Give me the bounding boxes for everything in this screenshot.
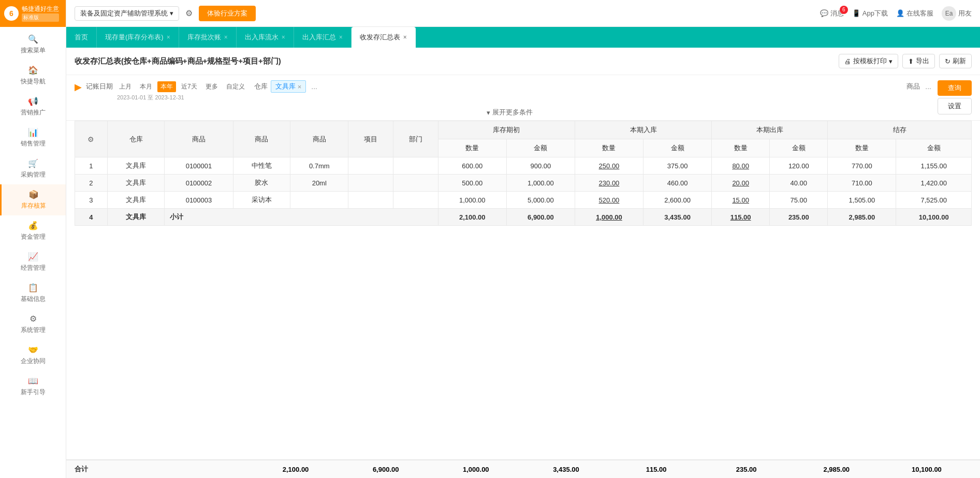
goods-ellipsis[interactable]: ...	[923, 82, 933, 91]
system-icon: ⚙	[30, 314, 37, 324]
warehouse-tag-text: 文具库	[275, 82, 296, 91]
row-out-qty[interactable]: 20.00	[712, 175, 770, 192]
row-warehouse: 文具库	[107, 157, 165, 175]
row-in-qty[interactable]: 250.00	[575, 157, 643, 175]
expand-row: ▾ 展开更多条件	[86, 102, 933, 120]
row-out-amt: 120.00	[770, 157, 828, 175]
date-quick-btn-自定义[interactable]: 自定义	[223, 81, 248, 92]
footer-in-qty: 1,000.00	[431, 466, 521, 473]
message-icon: 💬	[820, 9, 828, 17]
tab-close-batch[interactable]: ×	[224, 34, 228, 41]
tab-close-stock-dist[interactable]: ×	[167, 34, 170, 41]
topbar: 装备及固定资产辅助管理系统 ▾ ⚙ 体验行业方案 💬 消息 6 📱 App下载 …	[66, 0, 980, 27]
row-no: 1	[75, 157, 108, 175]
row-begin-qty: 1,000.00	[438, 192, 506, 209]
sidebar-item-marketing[interactable]: 📢营销推广	[0, 91, 66, 122]
row-in-amt: 460.00	[643, 175, 712, 192]
subtotal-in-qty[interactable]: 1,000.00	[575, 209, 643, 226]
date-quick-btn-本月[interactable]: 本月	[137, 81, 155, 92]
tab-rec-send-summary[interactable]: 收发存汇总表×	[352, 27, 416, 48]
tab-close-rec-send-summary[interactable]: ×	[403, 34, 407, 41]
col-bal-qty: 数量	[828, 139, 896, 157]
tab-inout-summary[interactable]: 出入库汇总×	[294, 27, 352, 48]
tab-label-rec-send-summary: 收发存汇总表	[360, 33, 400, 42]
trial-button[interactable]: 体验行业方案	[199, 6, 256, 21]
filter-collapse-arrow[interactable]: ▶	[75, 81, 82, 93]
filter-settings-button[interactable]: 设置	[938, 98, 972, 114]
row-in-qty[interactable]: 520.00	[575, 192, 643, 209]
row-begin-amt: 1,000.00	[506, 175, 575, 192]
sidebar-item-guide[interactable]: 📖新手引导	[0, 371, 66, 402]
print-button[interactable]: 🖨 按模板打印 ▾	[839, 54, 898, 68]
app-download-button[interactable]: 📱 App下载	[852, 9, 888, 18]
sidebar-item-finance[interactable]: 💰资金管理	[0, 215, 66, 247]
export-button[interactable]: ⬆ 导出	[902, 54, 935, 68]
sidebar-item-quick-nav[interactable]: 🏠快捷导航	[0, 60, 66, 91]
subtotal-out-qty[interactable]: 115.00	[712, 209, 770, 226]
tab-batch[interactable]: 库存批次账×	[179, 27, 237, 48]
subtotal-out-amt: 235.00	[770, 209, 828, 226]
tab-home[interactable]: 首页	[66, 27, 97, 48]
row-in-qty[interactable]: 230.00	[575, 175, 643, 192]
date-quick-btn-上月[interactable]: 上月	[116, 81, 135, 92]
sidebar-label-purchase: 采购管理	[21, 170, 46, 179]
tab-inout-flow[interactable]: 出入库流水×	[237, 27, 294, 48]
col-name: 商品	[233, 121, 290, 157]
online-service-button[interactable]: 👤 在线客服	[896, 9, 933, 18]
date-quick-btn-更多[interactable]: 更多	[202, 81, 221, 92]
sidebar-label-operations: 经营管理	[21, 264, 46, 272]
filter-first-row: 记账日期 上月本月本年近7天更多自定义 仓库 文具库 × ...	[86, 80, 933, 93]
row-project	[348, 175, 393, 192]
system-selector[interactable]: 装备及固定资产辅助管理系统 ▾	[75, 6, 179, 21]
user-button[interactable]: Ea 用友	[942, 6, 972, 21]
table-row: 3 文具库 0100003 采访本 1,000.00 5,000.00 520.…	[75, 192, 972, 209]
query-button[interactable]: 查询	[938, 80, 972, 96]
row-bal-amt: 7,525.00	[896, 192, 972, 209]
sidebar-item-inventory[interactable]: 📦库存核算	[0, 184, 66, 215]
sidebar-item-system[interactable]: ⚙系统管理	[0, 309, 66, 340]
basic-info-icon: 📋	[28, 283, 38, 293]
page-container: 收发存汇总表(按仓库+商品编码+商品+规格型号+项目+部门) 🖨 按模板打印 ▾…	[66, 48, 980, 478]
system-title: 装备及固定资产辅助管理系统	[80, 9, 168, 18]
col-out-amt: 金额	[770, 139, 828, 157]
subtotal-warehouse: 文具库	[107, 209, 165, 226]
row-bal-qty: 1,505.00	[828, 192, 896, 209]
message-button[interactable]: 💬 消息 6	[820, 9, 844, 18]
tab-close-inout-flow[interactable]: ×	[282, 34, 285, 41]
col-in-amt: 金额	[643, 139, 712, 157]
sidebar-item-operations[interactable]: 📈经营管理	[0, 247, 66, 278]
date-quick-btn-本年[interactable]: 本年	[157, 81, 176, 92]
row-out-qty[interactable]: 80.00	[712, 157, 770, 175]
sidebar-item-sales[interactable]: 📊销售管理	[0, 122, 66, 153]
footer-out-amt: 235.00	[701, 466, 792, 473]
sidebar-item-basic-info[interactable]: 📋基础信息	[0, 278, 66, 309]
guide-icon: 📖	[28, 376, 38, 386]
warehouse-ellipsis[interactable]: ...	[309, 82, 319, 91]
date-label: 记账日期	[86, 82, 113, 91]
refresh-button[interactable]: ↻ 刷新	[939, 54, 972, 68]
sidebar-item-purchase[interactable]: 🛒采购管理	[0, 153, 66, 184]
date-quick-btn-近7天[interactable]: 近7天	[178, 81, 200, 92]
col-out-qty: 数量	[712, 139, 770, 157]
message-badge: 6	[840, 6, 848, 14]
expand-conditions-button[interactable]: ▾ 展开更多条件	[487, 108, 533, 117]
row-project	[348, 192, 393, 209]
sidebar-item-search[interactable]: 🔍搜索菜单	[0, 29, 66, 60]
col-settings[interactable]: ⚙	[75, 121, 108, 157]
row-out-qty[interactable]: 15.00	[712, 192, 770, 209]
row-warehouse: 文具库	[107, 175, 165, 192]
goods-label: 商品	[906, 82, 920, 91]
row-begin-qty: 500.00	[438, 175, 506, 192]
sidebar-label-basic-info: 基础信息	[21, 295, 46, 303]
tab-stock-dist[interactable]: 现存量(库存分布表)×	[97, 27, 179, 48]
sidebar-item-enterprise[interactable]: 🤝企业协同	[0, 340, 66, 371]
warehouse-tag[interactable]: 文具库 ×	[271, 80, 306, 93]
topbar-right: 💬 消息 6 📱 App下载 👤 在线客服 Ea 用友	[820, 6, 972, 21]
user-label: 用友	[958, 9, 972, 18]
tab-close-inout-summary[interactable]: ×	[339, 34, 343, 41]
inventory-icon: 📦	[28, 190, 39, 199]
table-container: ⚙ 仓库 商品 商品 商品 项目 部门 库存期初 本期入库 本期出库 结存	[66, 121, 980, 459]
settings-icon[interactable]: ⚙	[185, 8, 193, 18]
row-in-amt: 375.00	[643, 157, 712, 175]
warehouse-tag-close[interactable]: ×	[298, 83, 302, 91]
